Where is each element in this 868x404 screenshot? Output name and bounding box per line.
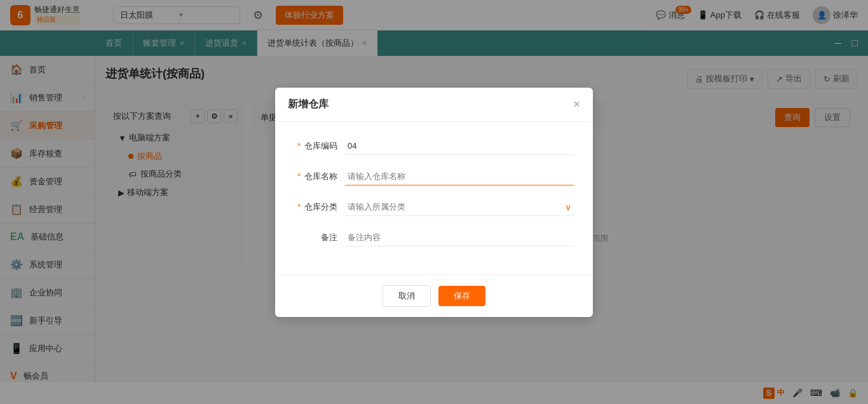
dialog-overlay: 新增仓库 × * 仓库编码 * 仓库名称	[0, 0, 868, 404]
note-input[interactable]	[345, 229, 574, 246]
dialog-footer: 取消 保存	[275, 274, 593, 317]
category-input[interactable]	[345, 198, 574, 216]
category-label: * 仓库分类	[294, 201, 345, 213]
required-mark-cat: *	[297, 202, 301, 212]
category-dropdown-icon: ∨	[565, 202, 571, 212]
cancel-button[interactable]: 取消	[383, 285, 431, 307]
form-row-name: * 仓库名称	[294, 168, 574, 185]
required-mark-name: *	[297, 172, 301, 181]
code-input[interactable]	[345, 137, 574, 155]
note-label: 备注	[294, 232, 345, 243]
dialog-close-button[interactable]: ×	[573, 98, 580, 111]
name-label: * 仓库名称	[294, 171, 345, 182]
add-warehouse-dialog: 新增仓库 × * 仓库编码 * 仓库名称	[275, 88, 593, 317]
code-label: * 仓库编码	[294, 140, 345, 152]
required-mark: *	[297, 141, 301, 151]
form-row-code: * 仓库编码	[294, 137, 574, 155]
name-input[interactable]	[345, 168, 574, 185]
form-row-note: 备注	[294, 229, 574, 246]
dialog-body: * 仓库编码 * 仓库名称 * 仓库分类	[275, 122, 593, 274]
category-input-wrapper: ∨	[345, 198, 574, 216]
dialog-title: 新增仓库	[288, 98, 329, 111]
save-button[interactable]: 保存	[438, 286, 485, 306]
form-row-category: * 仓库分类 ∨	[294, 198, 574, 216]
dialog-header: 新增仓库 ×	[275, 88, 593, 122]
